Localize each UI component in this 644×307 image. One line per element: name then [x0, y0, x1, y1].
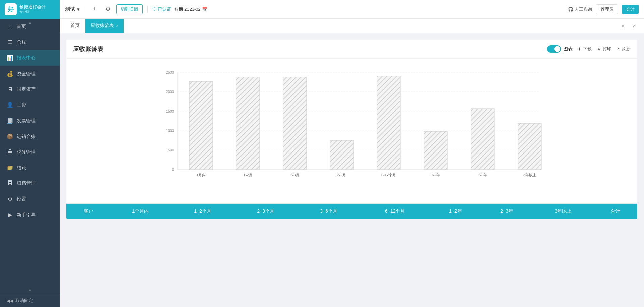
table-header-row: 客户 1个月内 1~2个月 2~3个月 3~6个月 6~12个月 1~2年 2~…: [66, 204, 637, 219]
logo-icon: 好: [5, 3, 17, 15]
bar-chart: 0 500 1000 1500 2000 2500: [76, 65, 627, 193]
add-btn[interactable]: +: [90, 4, 100, 14]
download-btn[interactable]: ⬇ 下载: [578, 46, 592, 52]
sidebar-item-label: 结账: [17, 165, 26, 171]
archive-icon: 🗄: [7, 180, 13, 186]
sidebar-item-archive[interactable]: 🗄 归档管理: [0, 176, 60, 191]
tax-icon: 🏛: [7, 149, 13, 155]
unpin-btn[interactable]: ◀◀ 取消固定: [0, 294, 60, 307]
sidebar-item-ledger[interactable]: ☰ 总账: [0, 34, 60, 50]
scroll-up-btn[interactable]: ▲: [0, 19, 60, 26]
svg-text:500: 500: [168, 148, 174, 152]
certified-label: 已认证: [158, 6, 171, 12]
print-icon: 🖨: [597, 47, 601, 52]
tab-receivable-aging[interactable]: 应收账龄表 ×: [85, 19, 124, 33]
reports-icon: 📊: [7, 55, 13, 61]
sidebar-nav: ⌂ 首页 ☰ 总账 📊 报表中心 💰 资金管理 🖥 固定资产 👤 工资 🧾 发票…: [0, 19, 60, 294]
tab-close-btn[interactable]: ×: [116, 23, 118, 28]
sidebar-item-label: 新手引导: [17, 212, 36, 218]
col-customer: 客户: [66, 204, 110, 219]
sidebar-item-settings[interactable]: ⚙ 设置: [0, 191, 60, 207]
scroll-down-btn[interactable]: ▼: [0, 287, 60, 294]
col-1-2mo: 1~2个月: [171, 204, 234, 219]
settings-gear-btn[interactable]: ⚙: [103, 4, 113, 14]
user-btn[interactable]: 管理员: [596, 4, 618, 14]
sidebar-item-label: 进销台账: [17, 134, 36, 140]
consult-btn[interactable]: 🎧 人工咨询: [568, 6, 592, 12]
toggle-label: 图表: [563, 46, 573, 52]
page-content: 应收账龄表 图表 ⬇ 下载 🖨: [60, 33, 644, 307]
sidebar: 好 畅捷通好会计 专业版 ▲ ⌂ 首页 ☰ 总账 📊 报表中心 💰 资金管理 🖥…: [0, 0, 60, 307]
invoices-icon: 🧾: [7, 118, 13, 124]
calendar-icon: 📅: [202, 7, 207, 12]
sidebar-logo: 好 畅捷通好会计 专业版: [0, 0, 60, 19]
tabs-bar: 首页 应收账龄表 × ✕ ⤢: [60, 19, 644, 33]
switch-version-btn[interactable]: 切到旧版: [116, 4, 143, 14]
svg-text:1000: 1000: [166, 129, 174, 133]
tab-home-label: 首页: [70, 23, 80, 29]
download-label: 下载: [583, 46, 592, 52]
sidebar-item-funds[interactable]: 💰 资金管理: [0, 66, 60, 82]
svg-rect-21: [471, 109, 494, 170]
headset-icon: 🎧: [568, 7, 573, 12]
svg-rect-16: [236, 77, 260, 170]
refresh-label: 刷新: [622, 46, 631, 52]
toggle-thumb: [554, 46, 560, 52]
expand-btn[interactable]: ⤢: [629, 21, 639, 31]
sidebar-item-guide[interactable]: ▶ 新手引导: [0, 207, 60, 223]
sidebar-item-label: 归档管理: [17, 180, 36, 186]
trade-icon: 📦: [7, 133, 13, 140]
project-name: 测试: [65, 6, 75, 12]
period-label: 账期: [174, 6, 183, 12]
logo-badge: 专业版: [19, 10, 46, 14]
refresh-btn[interactable]: ↻ 刷新: [617, 46, 631, 52]
col-6-12mo: 6~12个月: [360, 204, 430, 219]
sidebar-item-invoices[interactable]: 🧾 发票管理: [0, 113, 60, 129]
chart-toggle[interactable]: [547, 45, 561, 53]
svg-rect-18: [330, 140, 354, 170]
svg-rect-15: [189, 81, 213, 170]
print-btn[interactable]: 🖨 打印: [597, 46, 611, 52]
unpin-icon: ◀◀: [7, 298, 13, 303]
ledger-icon: ☰: [7, 39, 13, 45]
refresh-icon: ↻: [617, 47, 621, 52]
svg-text:6-12个月: 6-12个月: [381, 173, 396, 177]
svg-text:3-6月: 3-6月: [337, 173, 346, 177]
col-1mo: 1个月内: [110, 204, 171, 219]
page-title: 应收账龄表: [73, 45, 103, 53]
sidebar-item-wages[interactable]: 👤 工资: [0, 97, 60, 113]
data-table-wrap: 客户 1个月内 1~2个月 2~3个月 3~6个月 6~12个月 1~2年 2~…: [66, 203, 637, 219]
acct-btn[interactable]: 会计: [622, 5, 639, 14]
unpin-label: 取消固定: [15, 298, 33, 304]
svg-text:1500: 1500: [166, 109, 174, 113]
content-area: 首页 应收账龄表 × ✕ ⤢ 应收账龄表: [60, 19, 644, 307]
divider2: [147, 6, 148, 13]
sidebar-item-label: 总账: [17, 39, 26, 45]
print-label: 打印: [603, 46, 611, 52]
logo-text: 畅捷通好会计: [19, 4, 46, 10]
svg-text:0: 0: [172, 168, 174, 172]
sidebar-item-label: 报表中心: [17, 55, 36, 61]
close-window-btn[interactable]: ✕: [619, 21, 628, 31]
sidebar-item-close[interactable]: 📁 结账: [0, 160, 60, 176]
tab-home[interactable]: 首页: [65, 19, 85, 33]
sidebar-item-assets[interactable]: 🖥 固定资产: [0, 82, 60, 97]
sidebar-item-trade[interactable]: 📦 进销台账: [0, 129, 60, 144]
divider1: [85, 6, 85, 13]
svg-text:1-2年: 1-2年: [431, 173, 440, 177]
chart-toggle-wrap: 图表: [547, 45, 573, 53]
sidebar-item-label: 工资: [17, 102, 26, 108]
svg-text:3年以上: 3年以上: [523, 173, 536, 177]
funds-icon: 💰: [7, 71, 13, 77]
chevron-down-icon: ▾: [77, 6, 80, 12]
sidebar-item-tax[interactable]: 🏛 税务管理: [0, 144, 60, 160]
sidebar-item-label: 设置: [17, 196, 26, 202]
svg-text:1-2月: 1-2月: [244, 173, 253, 177]
main-card: 应收账龄表 图表 ⬇ 下载 🖨: [66, 40, 637, 219]
svg-rect-17: [283, 77, 307, 170]
project-selector[interactable]: 测试 ▾: [65, 6, 80, 12]
topbar: 测试 ▾ + ⚙ 切到旧版 🛡 已认证 账期 2023-02 📅 🎧 人工咨询 …: [60, 0, 644, 19]
sidebar-item-reports[interactable]: 📊 报表中心: [0, 50, 60, 66]
shield-icon: 🛡: [152, 7, 157, 12]
consult-label: 人工咨询: [575, 6, 592, 12]
